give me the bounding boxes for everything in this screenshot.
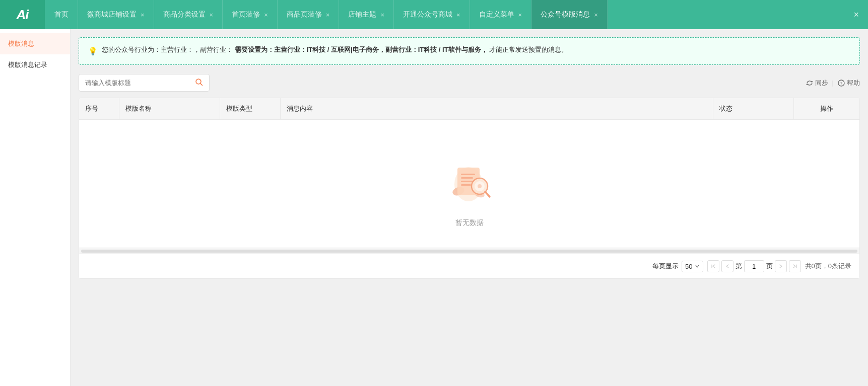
tab-wshop-close[interactable]: × [141, 12, 145, 18]
page-size-selector: 每页显示 50 [652, 261, 703, 272]
empty-illustration [439, 150, 500, 210]
first-page-icon [711, 264, 716, 269]
toolbar-divider: | [832, 79, 834, 87]
svg-line-1 [201, 84, 203, 86]
tab-home-label: 首页 [54, 10, 69, 19]
tab-homepage-label: 首页装修 [232, 10, 260, 19]
tab-wshop-label: 微商城店铺设置 [87, 10, 137, 19]
horizontal-scrollbar[interactable] [79, 248, 859, 254]
search-box [79, 74, 210, 92]
top-tab-bar: Ai 首页 微商城店铺设置 × 商品分类设置 × 首页装修 × 商品页装修 × … [0, 0, 868, 29]
search-icon [195, 78, 203, 86]
total-info: 共0页，0条记录 [805, 262, 851, 271]
empty-text: 暂无数据 [455, 218, 484, 227]
tab-custommenu[interactable]: 自定义菜单 × [470, 0, 532, 29]
svg-line-14 [485, 192, 490, 197]
svg-rect-9 [461, 177, 473, 179]
th-name: 模版名称 [119, 98, 220, 119]
tab-templatemsg-label: 公众号模版消息 [541, 10, 590, 19]
tab-category[interactable]: 商品分类设置 × [154, 0, 223, 29]
svg-rect-11 [461, 184, 471, 186]
page-label-before: 第 [736, 262, 742, 271]
help-button[interactable]: ? 帮助 [838, 79, 860, 88]
page-label-after: 页 [766, 262, 773, 271]
content-area: 💡 您的公众号行业为：主营行业：，副营行业： 需要设置为：主营行业：IT科技 /… [71, 29, 868, 386]
sidebar: 模版消息 模版消息记录 [0, 29, 71, 386]
global-close-button[interactable]: × [844, 0, 868, 29]
tab-productpage-label: 商品页装修 [287, 10, 322, 19]
page-size-label: 每页显示 [652, 262, 679, 271]
svg-rect-8 [461, 174, 475, 175]
tab-theme-label: 店铺主题 [348, 10, 376, 19]
page-input[interactable] [744, 260, 764, 272]
svg-text:?: ? [840, 82, 842, 86]
sidebar-item-template[interactable]: 模版消息 [0, 33, 70, 54]
data-table: 序号 模版名称 模版类型 消息内容 状态 操作 [79, 98, 860, 279]
th-content: 消息内容 [281, 98, 713, 119]
page-nav: 第 页 [707, 260, 801, 272]
tab-category-label: 商品分类设置 [163, 10, 206, 19]
first-page-button[interactable] [707, 260, 719, 272]
toolbar-right: 同步 | ? 帮助 [806, 79, 860, 88]
chevron-left-icon [725, 264, 730, 269]
tab-openstore[interactable]: 开通公众号商城 × [394, 0, 470, 29]
sync-button[interactable]: 同步 [806, 79, 828, 88]
next-page-button[interactable] [775, 260, 787, 272]
search-input[interactable] [79, 75, 190, 90]
main-layout: 模版消息 模版消息记录 💡 您的公众号行业为：主营行业：，副营行业： 需要设置为… [0, 29, 868, 386]
tab-templatemsg[interactable]: 公众号模版消息 × [531, 0, 608, 29]
help-icon: ? [838, 80, 845, 87]
sidebar-item-record[interactable]: 模版消息记录 [0, 54, 70, 75]
th-type: 模版类型 [220, 98, 281, 119]
th-action: 操作 [794, 98, 859, 119]
page-size-dropdown[interactable]: 50 [682, 261, 703, 272]
th-seq: 序号 [79, 98, 119, 119]
tab-category-close[interactable]: × [210, 12, 214, 18]
scrollbar-track[interactable] [81, 250, 857, 253]
tab-productpage[interactable]: 商品页装修 × [278, 0, 340, 29]
search-button[interactable] [190, 74, 208, 91]
th-status: 状态 [713, 98, 794, 119]
last-page-icon [792, 264, 797, 269]
tab-wshop[interactable]: 微商城店铺设置 × [78, 0, 154, 29]
notice-box: 💡 您的公众号行业为：主营行业：，副营行业： 需要设置为：主营行业：IT科技 /… [79, 37, 860, 65]
tab-productpage-close[interactable]: × [326, 12, 330, 18]
notice-icon: 💡 [88, 45, 98, 57]
tab-custommenu-label: 自定义菜单 [479, 10, 514, 19]
svg-point-15 [478, 184, 482, 188]
tab-openstore-label: 开通公众号商城 [403, 10, 452, 19]
tab-homepage-close[interactable]: × [264, 12, 268, 18]
sync-icon [806, 80, 813, 87]
tab-custommenu-close[interactable]: × [518, 12, 522, 18]
empty-state: 暂无数据 [79, 120, 859, 248]
tab-home[interactable]: 首页 [45, 0, 78, 29]
tab-openstore-close[interactable]: × [456, 12, 460, 18]
notice-text: 您的公众号行业为：主营行业：，副营行业： 需要设置为：主营行业：IT科技 / 互… [102, 45, 568, 55]
brand-logo: Ai [0, 0, 45, 29]
tab-homepage[interactable]: 首页装修 × [223, 0, 278, 29]
last-page-button[interactable] [789, 260, 801, 272]
prev-page-button[interactable] [721, 260, 733, 272]
toolbar: 同步 | ? 帮助 [79, 74, 860, 92]
page-size-value: 50 [685, 263, 692, 270]
pagination: 每页显示 50 [79, 254, 859, 278]
table-header: 序号 模版名称 模版类型 消息内容 状态 操作 [79, 98, 859, 120]
tab-theme-close[interactable]: × [380, 12, 384, 18]
tab-templatemsg-close[interactable]: × [594, 12, 598, 18]
tab-theme[interactable]: 店铺主题 × [339, 0, 394, 29]
chevron-down-icon [695, 264, 700, 269]
chevron-right-icon [778, 264, 783, 269]
